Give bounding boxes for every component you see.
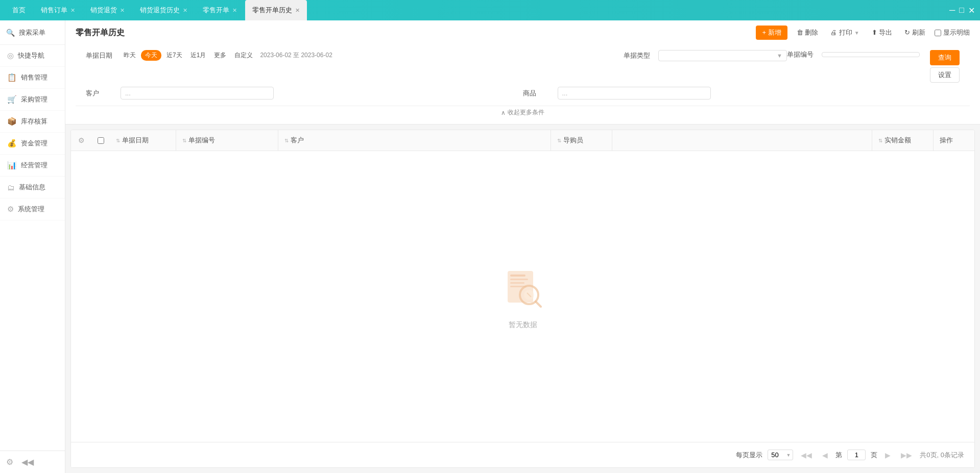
date-range-display: 2023-06-02 至 2023-06-02 bbox=[260, 51, 332, 60]
collapse-icon: ∧ bbox=[501, 109, 506, 116]
sidebar-search[interactable]: 🔍 搜索采单 bbox=[0, 20, 65, 45]
first-page-button[interactable]: ◀◀ bbox=[798, 450, 815, 460]
sort-icon[interactable]: ⇅ bbox=[557, 138, 561, 143]
date-shortcuts: 昨天 今天 近7天 近1月 更多 自定义 2023-06-02 至 2023-0… bbox=[121, 50, 332, 61]
sidebar-item-sales-mgmt[interactable]: 📋 销售管理 bbox=[0, 67, 65, 89]
close-tab-icon[interactable]: ✕ bbox=[295, 7, 300, 14]
svg-rect-1 bbox=[510, 275, 525, 277]
tab-sales-return-history[interactable]: 销货退货历史 ✕ bbox=[133, 0, 195, 20]
goods-filter-col: 商品 ... bbox=[523, 87, 960, 99]
svg-rect-2 bbox=[510, 279, 528, 280]
export-button[interactable]: ⬆ 导出 bbox=[869, 26, 896, 39]
minimize-button[interactable]: ─ bbox=[949, 6, 955, 15]
toolbar: + 新增 🗑 删除 🖨 打印 ▼ ⬆ 导出 ↻ 刷新 bbox=[756, 26, 970, 40]
tab-home[interactable]: 首页 bbox=[5, 0, 33, 20]
prev-page-button[interactable]: ◀ bbox=[820, 450, 830, 460]
table-select-all[interactable] bbox=[91, 137, 110, 144]
close-tab-icon[interactable]: ✕ bbox=[232, 7, 237, 14]
th-guide: ⇅ 导购员 bbox=[551, 130, 612, 151]
basic-info-icon: 🗂 bbox=[7, 183, 15, 192]
close-tab-icon[interactable]: ✕ bbox=[70, 7, 75, 14]
page-suffix: 页 bbox=[871, 451, 877, 460]
tab-sales-order[interactable]: 销售订单 ✕ bbox=[34, 0, 82, 20]
print-arrow-icon: ▼ bbox=[854, 30, 859, 36]
maximize-button[interactable]: □ bbox=[959, 6, 964, 15]
footer-settings-icon[interactable]: ⚙ bbox=[6, 457, 13, 467]
main-layout: 🔍 搜索采单 ◎ 快捷导航 📋 销售管理 🛒 采购管理 📦 库存核算 💰 bbox=[0, 20, 980, 473]
goods-dots: ... bbox=[562, 89, 568, 97]
select-all-checkbox[interactable] bbox=[98, 137, 104, 144]
th-amount: ⇅ 实销金额 bbox=[872, 130, 934, 151]
sort-icon[interactable]: ⇅ bbox=[284, 138, 289, 143]
table-header: ⚙ ⇅ 单据日期 ⇅ 单据编号 ⇅ 客户 ⇅ 导购员 bbox=[71, 130, 974, 151]
add-button[interactable]: + 新增 bbox=[756, 26, 787, 40]
quick-nav-icon: ◎ bbox=[7, 51, 14, 60]
today-btn[interactable]: 今天 bbox=[141, 50, 161, 61]
collapse-bar[interactable]: ∧ 收起更多条件 bbox=[76, 106, 970, 119]
table-settings-icon[interactable]: ⚙ bbox=[71, 136, 91, 144]
customer-filter-col: 客户 ... bbox=[86, 87, 523, 99]
finance-icon: 💰 bbox=[7, 139, 17, 148]
goods-input[interactable]: ... bbox=[558, 87, 711, 99]
sort-icon[interactable]: ⇅ bbox=[116, 138, 120, 143]
more-btn[interactable]: 更多 bbox=[211, 50, 229, 61]
sort-icon[interactable]: ⇅ bbox=[182, 138, 186, 143]
sidebar-item-label: 采购管理 bbox=[21, 95, 47, 104]
bill-type-col: 单据类型 ▼ bbox=[624, 50, 787, 61]
display-detail-checkbox[interactable] bbox=[935, 30, 941, 36]
sidebar-item-system[interactable]: ⚙ 系统管理 bbox=[0, 198, 65, 220]
per-page-select[interactable]: 50 100 200 bbox=[768, 450, 793, 460]
refresh-button[interactable]: ↻ 刷新 bbox=[901, 26, 928, 39]
page-header-top: 零售开单历史 + 新增 🗑 删除 🖨 打印 ▼ ⬆ 导出 bbox=[76, 26, 970, 40]
svg-rect-3 bbox=[510, 282, 524, 284]
close-tab-icon[interactable]: ✕ bbox=[120, 7, 125, 14]
top-bar: 首页 销售订单 ✕ 销货退货 ✕ 销货退货历史 ✕ 零售开单 ✕ 零售开单历史 … bbox=[0, 0, 980, 20]
delete-button[interactable]: 🗑 删除 bbox=[794, 26, 822, 39]
sidebar-footer: ⚙ ◀◀ bbox=[0, 451, 65, 473]
bill-type-select[interactable]: ▼ bbox=[658, 50, 787, 61]
bill-no-input[interactable] bbox=[822, 52, 920, 57]
yesterday-btn[interactable]: 昨天 bbox=[121, 50, 139, 61]
filter-area: 单据日期 昨天 今天 近7天 近1月 更多 自定义 2023-06-02 至 2… bbox=[76, 46, 970, 124]
customer-input[interactable]: ... bbox=[121, 87, 274, 99]
page-number-input[interactable] bbox=[847, 450, 866, 460]
date-filter-col: 单据日期 昨天 今天 近7天 近1月 更多 自定义 2023-06-02 至 2… bbox=[86, 50, 624, 61]
sidebar-item-label: 库存核算 bbox=[21, 117, 47, 126]
next-page-button[interactable]: ▶ bbox=[882, 450, 893, 460]
close-tab-icon[interactable]: ✕ bbox=[183, 7, 187, 14]
tab-retail-open[interactable]: 零售开单 ✕ bbox=[196, 0, 244, 20]
sidebar-item-finance[interactable]: 💰 资金管理 bbox=[0, 133, 65, 155]
tab-retail-history[interactable]: 零售开单历史 ✕ bbox=[245, 0, 307, 20]
empty-illustration bbox=[497, 263, 548, 314]
sidebar-item-purchase-mgmt[interactable]: 🛒 采购管理 bbox=[0, 89, 65, 111]
footer-collapse-icon[interactable]: ◀◀ bbox=[21, 457, 34, 467]
per-page-select-wrap[interactable]: 50 100 200 bbox=[768, 450, 793, 460]
sidebar-item-inventory[interactable]: 📦 库存核算 bbox=[0, 111, 65, 133]
settings-button[interactable]: 设置 bbox=[930, 67, 960, 83]
sidebar-item-label: 快捷导航 bbox=[18, 51, 44, 60]
print-button[interactable]: 🖨 打印 ▼ bbox=[827, 26, 863, 39]
display-detail-toggle[interactable]: 显示明细 bbox=[935, 28, 970, 37]
sidebar-item-basic-info[interactable]: 🗂 基础信息 bbox=[0, 177, 65, 198]
inventory-icon: 📦 bbox=[7, 117, 17, 126]
last-page-button[interactable]: ▶▶ bbox=[898, 450, 915, 460]
sidebar-item-quick-nav[interactable]: ◎ 快捷导航 bbox=[0, 45, 65, 67]
tab-sales-return[interactable]: 销货退货 ✕ bbox=[83, 0, 132, 20]
date-filter-label: 单据日期 bbox=[86, 51, 116, 60]
sidebar-item-label: 基础信息 bbox=[19, 183, 45, 192]
last-month-btn[interactable]: 近1月 bbox=[187, 50, 209, 61]
customer-dots: ... bbox=[125, 89, 131, 97]
th-customer: ⇅ 客户 bbox=[278, 130, 551, 151]
sidebar-item-operation[interactable]: 📊 经营管理 bbox=[0, 155, 65, 177]
content-area: 零售开单历史 + 新增 🗑 删除 🖨 打印 ▼ ⬆ 导出 bbox=[65, 20, 980, 473]
sidebar: 🔍 搜索采单 ◎ 快捷导航 📋 销售管理 🛒 采购管理 📦 库存核算 💰 bbox=[0, 20, 65, 473]
custom-btn[interactable]: 自定义 bbox=[231, 50, 256, 61]
query-button[interactable]: 查询 bbox=[930, 50, 960, 65]
th-date: ⇅ 单据日期 bbox=[110, 130, 176, 151]
sort-icon[interactable]: ⇅ bbox=[878, 138, 882, 143]
last7-btn[interactable]: 近7天 bbox=[163, 50, 185, 61]
filter-row-2: 客户 ... 商品 ... bbox=[76, 87, 970, 104]
th-bill-no: ⇅ 单据编号 bbox=[176, 130, 278, 151]
close-button[interactable]: ✕ bbox=[968, 6, 975, 15]
search-icon: 🔍 bbox=[6, 29, 15, 37]
